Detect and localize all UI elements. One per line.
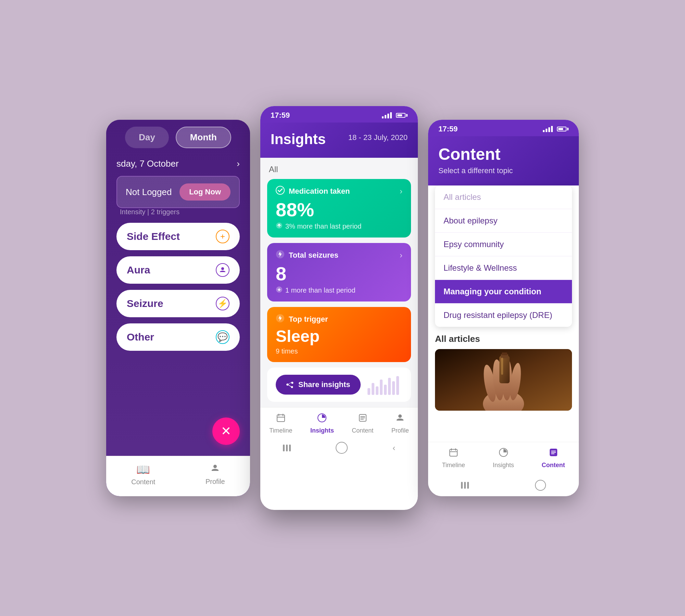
nav-content[interactable]: Content xyxy=(542,448,565,469)
menu-button[interactable] xyxy=(461,482,469,489)
dropdown-item-epilepsy[interactable]: About epilepsy xyxy=(435,209,572,233)
not-logged-card: Not Logged Log Now xyxy=(116,176,240,208)
profile-label: Profile xyxy=(391,427,409,434)
trigger-sub: 9 times xyxy=(276,347,402,355)
share-label: Share insights xyxy=(298,380,350,389)
insights-header: Insights 18 - 23 July, 2020 xyxy=(260,123,418,158)
side-effect-item[interactable]: Side Effect + xyxy=(116,223,240,250)
medication-sub: 3% more than last period xyxy=(276,222,402,231)
home-button[interactable] xyxy=(535,480,546,491)
articles-section: All articles xyxy=(428,327,579,411)
content-header: Content Select a different topic xyxy=(428,136,579,185)
menu-button[interactable] xyxy=(283,445,291,451)
content-icon: 📖 xyxy=(136,463,150,476)
content-icon xyxy=(549,448,558,460)
trigger-value: Sleep xyxy=(276,328,402,345)
content-icon xyxy=(358,413,368,425)
back-button[interactable]: ‹ xyxy=(393,443,395,453)
seizures-sub: 1 more than last period xyxy=(276,286,402,295)
quick-log-menu: Side Effect + Aura Seizure ⚡ Other 💬 xyxy=(106,216,250,358)
medication-label: Medication taken xyxy=(289,187,350,196)
aura-item[interactable]: Aura xyxy=(116,256,240,284)
nav-insights[interactable]: Insights xyxy=(310,413,334,434)
month-toggle[interactable]: Month xyxy=(176,127,231,148)
trigger-label: Top trigger xyxy=(289,315,328,324)
seizures-value: 8 xyxy=(276,264,402,283)
dropdown-item-managing[interactable]: Managing your condition xyxy=(435,280,572,304)
svg-rect-5 xyxy=(277,415,285,422)
svg-rect-23 xyxy=(501,358,503,375)
medication-card[interactable]: Medication taken › 88% 3% more than last… xyxy=(267,179,411,238)
filter-label: All xyxy=(267,165,411,174)
nav-timeline[interactable]: Timeline xyxy=(442,448,465,469)
bottom-nav: Timeline Insights Content xyxy=(260,407,418,438)
day-toggle[interactable]: Day xyxy=(125,127,169,148)
svg-rect-20 xyxy=(499,356,510,383)
not-logged-label: Not Logged xyxy=(126,187,172,197)
date-range: 18 - 23 July, 2020 xyxy=(348,133,408,142)
nav-content[interactable]: 📖 Content xyxy=(131,463,155,486)
dropdown-item-lifestyle[interactable]: Lifestyle & Wellness xyxy=(435,256,572,280)
article-thumbnail[interactable] xyxy=(435,349,572,411)
svg-rect-22 xyxy=(502,352,507,355)
close-fab[interactable]: ✕ xyxy=(212,418,240,445)
battery-icon xyxy=(557,127,569,131)
content-area: All Medication taken › 88 xyxy=(260,158,418,407)
trigger-card[interactable]: Top trigger Sleep 9 times xyxy=(267,307,411,362)
intensity-triggers: Intensity | 2 triggers xyxy=(106,208,250,216)
seizure-icon: ⚡ xyxy=(216,297,229,310)
battery-icon xyxy=(396,113,408,118)
nav-timeline[interactable]: Timeline xyxy=(269,413,292,434)
seizure-item[interactable]: Seizure ⚡ xyxy=(116,290,240,317)
articles-title: All articles xyxy=(435,334,572,344)
share-insights-button[interactable]: Share insights xyxy=(276,375,361,395)
profile-icon xyxy=(395,413,405,425)
time-display: 17:59 xyxy=(271,111,290,120)
system-bar xyxy=(428,476,579,496)
insights-icon xyxy=(317,413,327,425)
dropdown-item-dre[interactable]: Drug resistant epilepsy (DRE) xyxy=(435,304,572,327)
log-now-button[interactable]: Log Now xyxy=(179,183,231,201)
topic-dropdown: All articles About epilepsy Epsy communi… xyxy=(435,185,572,327)
nav-profile[interactable]: Profile xyxy=(391,413,409,434)
signal-icon xyxy=(382,112,392,118)
medication-value: 88% xyxy=(276,200,402,219)
seizure-sub-icon xyxy=(276,286,283,295)
status-bar: 17:59 xyxy=(260,106,418,123)
phone-left: Day Month sday, 7 October › Not Logged L… xyxy=(106,120,250,496)
share-row: Share insights xyxy=(267,368,411,402)
other-label: Other xyxy=(127,331,154,343)
phones-container: Day Month sday, 7 October › Not Logged L… xyxy=(92,92,593,524)
status-bar: 17:59 xyxy=(428,120,579,136)
signal-icon xyxy=(543,126,553,132)
article-image-svg xyxy=(435,349,572,411)
view-toggle-row: Day Month xyxy=(106,120,250,155)
timeline-label: Timeline xyxy=(442,462,465,469)
phone-center: 17:59 Insights 18 - 23 July, 2020 xyxy=(260,106,418,510)
svg-rect-24 xyxy=(450,449,457,456)
profile-label: Profile xyxy=(206,478,225,486)
other-item[interactable]: Other 💬 xyxy=(116,323,240,351)
home-button[interactable] xyxy=(336,442,348,454)
content-label: Content xyxy=(352,427,373,434)
timeline-label: Timeline xyxy=(269,427,292,434)
page-title: Content xyxy=(438,145,569,164)
side-effect-icon: + xyxy=(216,230,229,243)
seizures-card[interactable]: Total seizures › 8 1 more than last peri… xyxy=(267,243,411,301)
dropdown-item-community[interactable]: Epsy community xyxy=(435,233,572,256)
seizure-label: Seizure xyxy=(127,298,163,309)
medication-chevron: › xyxy=(400,187,402,196)
page-title: Insights xyxy=(271,131,326,147)
side-effect-label: Side Effect xyxy=(127,231,180,242)
bottom-nav: Timeline Insights Content xyxy=(428,442,579,472)
seizures-chevron: › xyxy=(400,251,402,260)
date-row: sday, 7 October › xyxy=(106,155,250,172)
insights-label: Insights xyxy=(493,462,514,469)
nav-content[interactable]: Content xyxy=(352,413,373,434)
aura-label: Aura xyxy=(127,264,150,276)
profile-icon xyxy=(210,463,220,476)
other-icon: 💬 xyxy=(216,330,229,344)
dropdown-item-all[interactable]: All articles xyxy=(435,185,572,209)
nav-insights[interactable]: Insights xyxy=(493,448,514,469)
nav-profile[interactable]: Profile xyxy=(206,463,225,486)
